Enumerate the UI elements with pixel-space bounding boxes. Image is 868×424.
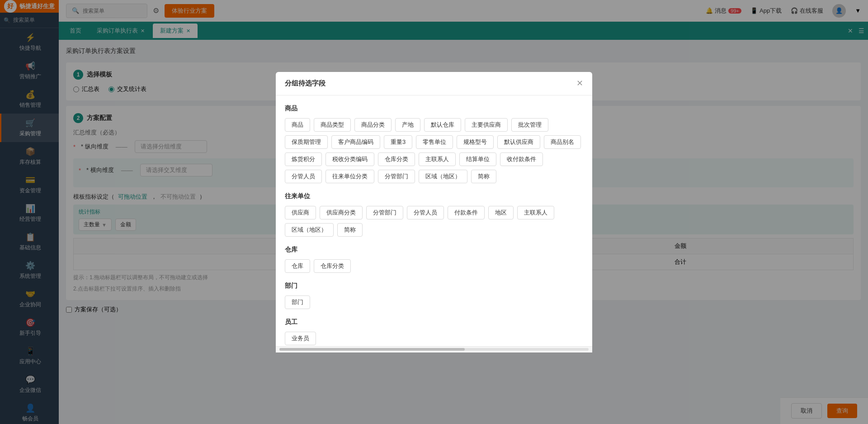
field-section-warehouse: 仓库仓库仓库分类 [285, 246, 583, 273]
field-section-partner: 往来单位供应商供应商分类分管部门分管人员付款条件地区主联系人区域（地区）简称 [285, 192, 583, 237]
modal: 分组待选字段 ✕ 商品商品商品类型商品分类产地默认仓库主要供应商批次管理保质期管… [276, 72, 592, 353]
field-tag[interactable]: 供应商分类 [320, 206, 363, 219]
field-tag[interactable]: 区域（地区） [285, 223, 334, 237]
modal-overlay: 分组待选字段 ✕ 商品商品商品类型商品分类产地默认仓库主要供应商批次管理保质期管… [0, 0, 868, 424]
field-tag[interactable]: 仓库分类 [314, 259, 351, 273]
field-tag[interactable]: 默认仓库 [424, 118, 461, 132]
field-tag[interactable]: 客户商品编码 [331, 135, 380, 149]
field-tags-employee: 业务员 [285, 332, 583, 345]
field-section-goods: 商品商品商品类型商品分类产地默认仓库主要供应商批次管理保质期管理客户商品编码重量… [285, 105, 583, 183]
field-tag[interactable]: 分管人员 [407, 206, 444, 219]
field-tag[interactable]: 仓库 [285, 259, 310, 273]
field-section-title-employee: 员工 [285, 318, 583, 326]
field-tag[interactable]: 简称 [471, 170, 496, 183]
field-tag[interactable]: 供应商 [285, 206, 316, 219]
modal-title: 分组待选字段 [285, 79, 326, 88]
field-section-title-partner: 往来单位 [285, 192, 583, 200]
field-tag[interactable]: 结算单位 [459, 152, 496, 166]
field-tag[interactable]: 分管人员 [285, 170, 322, 183]
field-tag[interactable]: 业务员 [285, 332, 316, 345]
field-tag[interactable]: 分管部门 [366, 206, 403, 219]
field-tag[interactable]: 分管部门 [378, 170, 415, 183]
field-section-title-department: 部门 [285, 282, 583, 290]
field-tag[interactable]: 往来单位分类 [326, 170, 374, 183]
field-tags-department: 部门 [285, 295, 583, 309]
field-tag[interactable]: 部门 [285, 295, 310, 309]
field-tag[interactable]: 批次管理 [511, 118, 548, 132]
field-tag[interactable]: 地区 [488, 206, 514, 219]
modal-header: 分组待选字段 ✕ [276, 72, 592, 95]
field-tag[interactable]: 商品 [285, 118, 310, 132]
field-tags-goods: 商品商品类型商品分类产地默认仓库主要供应商批次管理保质期管理客户商品编码重量3零… [285, 118, 583, 183]
modal-scroll-bar [276, 346, 592, 352]
field-tag[interactable]: 付款条件 [448, 206, 485, 219]
field-tag[interactable]: 区域（地区） [419, 170, 467, 183]
field-tag[interactable]: 商品分类 [354, 118, 392, 132]
modal-close-button[interactable]: ✕ [576, 79, 583, 87]
field-tag[interactable]: 保质期管理 [285, 135, 328, 149]
field-section-title-warehouse: 仓库 [285, 246, 583, 254]
field-tag[interactable]: 主联系人 [419, 152, 456, 166]
field-tag[interactable]: 主联系人 [517, 206, 554, 219]
field-tag[interactable]: 产地 [395, 118, 420, 132]
field-tag[interactable]: 规格型号 [457, 135, 494, 149]
field-tag[interactable]: 税收分类编码 [326, 152, 374, 166]
field-tag[interactable]: 主要供应商 [465, 118, 508, 132]
field-tag[interactable]: 商品类型 [314, 118, 351, 132]
field-tag[interactable]: 零售单位 [416, 135, 453, 149]
field-tag[interactable]: 商品别名 [544, 135, 581, 149]
modal-body[interactable]: 商品商品商品类型商品分类产地默认仓库主要供应商批次管理保质期管理客户商品编码重量… [276, 95, 592, 347]
field-tag[interactable]: 炼货积分 [285, 152, 322, 166]
field-tag[interactable]: 仓库分类 [378, 152, 415, 166]
field-tag[interactable]: 简称 [337, 223, 363, 237]
field-section-title-goods: 商品 [285, 105, 583, 113]
field-tag[interactable]: 重量3 [384, 135, 412, 149]
field-tags-warehouse: 仓库仓库分类 [285, 259, 583, 273]
field-tag[interactable]: 默认供应商 [497, 135, 540, 149]
field-section-department: 部门部门 [285, 282, 583, 309]
field-tag[interactable]: 收付款条件 [500, 152, 543, 166]
field-section-employee: 员工业务员 [285, 318, 583, 345]
field-tags-partner: 供应商供应商分类分管部门分管人员付款条件地区主联系人区域（地区）简称 [285, 206, 583, 237]
